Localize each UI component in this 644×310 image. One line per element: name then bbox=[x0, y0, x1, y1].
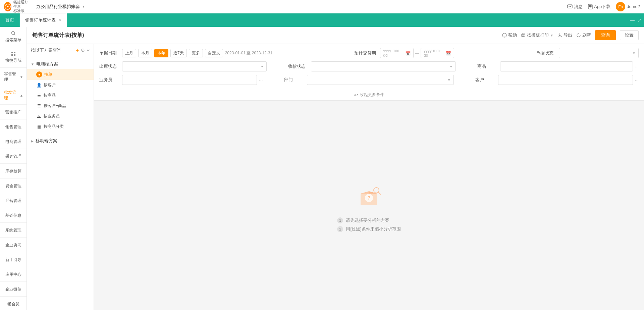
grid-icon bbox=[11, 51, 16, 56]
empty-state: ? 1 请先选择要分析的方案 2 用[过滤]条件来 bbox=[94, 101, 644, 310]
help-button[interactable]: ? 帮助 bbox=[502, 32, 517, 38]
svg-rect-1 bbox=[568, 5, 572, 8]
scheme-item-by-customer[interactable]: 👤 按客户 bbox=[27, 80, 94, 90]
tab-home[interactable]: 首页 bbox=[0, 13, 20, 27]
date-button-group: 上月 本月 本年 近7天 更多 自定义 2023-01-01 至 2023-12… bbox=[122, 49, 272, 57]
query-button[interactable]: 查询 bbox=[595, 30, 616, 40]
sidebar-item-corp[interactable]: 企业协同 bbox=[0, 238, 26, 252]
empty-tip-2: 2 用[过滤]条件来缩小分析范围 bbox=[337, 226, 400, 232]
scheme-item-by-goods-category[interactable]: ▦ 按商品分类 bbox=[27, 121, 94, 132]
shipment-status-select[interactable]: ▼ bbox=[122, 61, 267, 71]
main-content: 搜索菜单 快捷导航 零售管理 ▼ 批发管理 ▲ 营销推广 销售管理 电商管理 采… bbox=[0, 27, 644, 310]
delivery-date-start-input[interactable]: yyyy-mm-dd 📅 bbox=[380, 48, 414, 58]
empty-tips: 1 请先选择要分析的方案 2 用[过滤]条件来缩小分析范围 bbox=[337, 217, 400, 232]
sidebar-quick-nav[interactable]: 快捷导航 bbox=[0, 47, 26, 68]
mobile-scheme-section-title[interactable]: ▶ 移动端方案 bbox=[27, 136, 94, 146]
scheme-item-by-goods[interactable]: ☰ 按商品 bbox=[27, 90, 94, 101]
svg-text:?: ? bbox=[368, 195, 371, 201]
department-select[interactable]: ▼ bbox=[307, 75, 453, 85]
sidebar-item-wholesale[interactable]: 批发管理 ▲ bbox=[0, 86, 26, 105]
filter-panel: 单据日期 上月 本月 本年 近7天 更多 自定义 2023-01-01 至 20… bbox=[94, 44, 644, 89]
payment-status-select[interactable]: ▼ bbox=[311, 61, 455, 71]
sidebar-item-apps[interactable]: 应用中心 bbox=[0, 267, 26, 282]
minimize-button[interactable]: — bbox=[630, 17, 635, 23]
svg-rect-7 bbox=[11, 52, 13, 53]
breadcrumb: 办公用品行业模拟账套 ▼ bbox=[34, 4, 565, 10]
collapse-bar[interactable]: ∧∧ 收起更多条件 bbox=[94, 89, 644, 101]
svg-point-4 bbox=[590, 7, 591, 8]
this-year-button[interactable]: 本年 bbox=[154, 49, 168, 57]
payment-select-arrow: ▼ bbox=[449, 65, 453, 68]
help-icon: ? bbox=[502, 33, 507, 38]
date-label: 单据日期 bbox=[99, 50, 118, 56]
add-scheme-button[interactable]: + bbox=[76, 47, 79, 53]
refresh-button[interactable]: 刷新 bbox=[576, 32, 591, 38]
svg-rect-8 bbox=[14, 52, 15, 53]
sidebar-item-system[interactable]: 系统管理 bbox=[0, 223, 26, 238]
salesperson-input[interactable] bbox=[122, 75, 257, 85]
pc-scheme-section-title[interactable]: ▼ 电脑端方案 bbox=[27, 59, 94, 69]
tab-close-icon[interactable]: × bbox=[59, 18, 61, 22]
filter-results-area: 单据日期 上月 本月 本年 近7天 更多 自定义 2023-01-01 至 20… bbox=[94, 44, 644, 310]
scheme-item-by-salesperson[interactable]: ⛰ 按业务员 bbox=[27, 111, 94, 121]
sidebar-item-sales[interactable]: 销售管理 bbox=[0, 119, 26, 134]
sidebar-item-retail[interactable]: 零售管理 ▼ bbox=[0, 68, 26, 86]
status-select[interactable]: ▼ bbox=[559, 48, 639, 58]
page-area: 销售订单统计表(按单) ? 帮助 按模板打印 ▼ 导出 刷新 bbox=[27, 27, 644, 310]
last-month-button[interactable]: 上月 bbox=[122, 49, 136, 57]
user-menu-button[interactable]: Ea demo2 bbox=[616, 2, 640, 11]
empty-tip-1: 1 请先选择要分析的方案 bbox=[337, 217, 400, 223]
sidebar-item-ecommerce[interactable]: 电商管理 bbox=[0, 134, 26, 149]
message-icon bbox=[567, 4, 573, 9]
maximize-button[interactable]: ⤢ bbox=[637, 17, 641, 23]
app-download-button[interactable]: App下载 bbox=[588, 4, 610, 10]
salesperson-input-area: ··· bbox=[122, 75, 263, 85]
sidebar-item-wechat[interactable]: 企业微信 bbox=[0, 282, 26, 297]
goods-more-button[interactable]: ··· bbox=[635, 64, 639, 69]
sidebar-item-inventory[interactable]: 库存核算 bbox=[0, 164, 26, 178]
sidebar-item-member[interactable]: 畅会员 bbox=[0, 297, 26, 310]
collapse-icon: ∧∧ bbox=[354, 93, 359, 97]
delivery-date-end-input[interactable]: yyyy-mm-dd 📅 bbox=[421, 48, 454, 58]
collapse-panel-button[interactable]: « bbox=[87, 47, 90, 53]
scheme-settings-icon[interactable]: ⊙ bbox=[81, 47, 85, 53]
sidebar-search[interactable]: 搜索菜单 bbox=[0, 27, 26, 47]
payment-status-label: 收款状态 bbox=[288, 63, 307, 69]
sidebar-item-newbie[interactable]: 新手引导 bbox=[0, 252, 26, 267]
chevron-down-icon: ▼ bbox=[82, 5, 85, 8]
last-7-days-button[interactable]: 近7天 bbox=[170, 49, 187, 57]
sidebar-item-base[interactable]: 基础信息 bbox=[0, 208, 26, 223]
filter-row-2: 出库状态 ▼ 收款状态 ▼ 商品 bbox=[99, 61, 639, 71]
scheme-panel-actions: + ⊙ « bbox=[76, 47, 90, 53]
tip-num-1: 1 bbox=[337, 217, 343, 223]
tip-num-2: 2 bbox=[337, 226, 343, 232]
custom-date-button[interactable]: 自定义 bbox=[205, 49, 223, 57]
customer-input[interactable] bbox=[498, 75, 633, 85]
customer-more-button[interactable]: ··· bbox=[635, 78, 639, 83]
sidebar-item-finance[interactable]: 资金管理 bbox=[0, 178, 26, 193]
customer-input-area: ··· bbox=[498, 75, 639, 85]
scheme-panel-header: 按以下方案查询 + ⊙ « bbox=[27, 44, 94, 57]
tab-sales-order-stats[interactable]: 销售订单统计表 × bbox=[20, 13, 67, 27]
print-button[interactable]: 按模板打印 ▼ bbox=[521, 32, 553, 38]
export-button[interactable]: 导出 bbox=[557, 32, 572, 38]
more-date-button[interactable]: 更多 bbox=[189, 49, 203, 57]
this-month-button[interactable]: 本月 bbox=[138, 49, 152, 57]
goods-category-icon: ▦ bbox=[36, 124, 42, 130]
filter-row-3: 业务员 ··· 部门 ▼ 客户 bbox=[99, 75, 639, 85]
department-label: 部门 bbox=[284, 77, 303, 83]
message-button[interactable]: 消息 bbox=[567, 4, 583, 10]
export-icon bbox=[557, 33, 562, 38]
goods-input[interactable] bbox=[500, 61, 633, 71]
scheme-item-by-customer-goods[interactable]: ☰ 按客户+商品 bbox=[27, 101, 94, 111]
page-title: 销售订单统计表(按单) bbox=[32, 32, 84, 39]
sidebar-item-operations[interactable]: 经营管理 bbox=[0, 193, 26, 208]
sidebar-item-marketing[interactable]: 营销推广 bbox=[0, 105, 26, 119]
sidebar-item-purchase[interactable]: 采购管理 bbox=[0, 149, 26, 164]
svg-rect-3 bbox=[589, 5, 592, 7]
scheme-item-by-order[interactable]: ● 按单 bbox=[27, 69, 94, 80]
search-icon bbox=[11, 31, 16, 36]
salesperson-more-button[interactable]: ··· bbox=[259, 78, 263, 83]
settings-button[interactable]: 设置 bbox=[620, 30, 639, 40]
nav-tabs: 首页 销售订单统计表 × — ⤢ bbox=[0, 13, 644, 27]
